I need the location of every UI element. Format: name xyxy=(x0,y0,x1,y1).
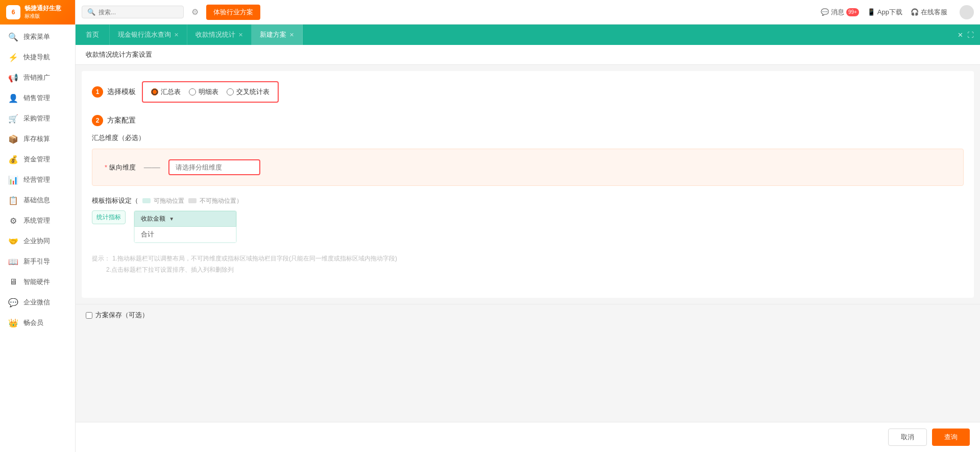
metrics-header: 模板指标设定（ 可拖动位置 不可拖动位置） xyxy=(92,196,964,205)
online-service-btn[interactable]: 🎧 在线客服 xyxy=(911,8,947,17)
bottom-actions: 取消 查询 xyxy=(76,422,980,452)
tab-receipt-stats-close[interactable]: ✕ xyxy=(238,32,243,38)
tip-text-1: 1.拖动标题栏可以调整布局，不可跨维度或指标区域拖动栏目字段(只能在同一维度或指… xyxy=(112,253,397,265)
dimension-row: * 纵向维度 —— xyxy=(105,159,951,175)
sidebar-item-11[interactable]: 📖 新手引导 xyxy=(0,251,75,272)
logo-text-block: 畅捷通好生意 标准版 xyxy=(24,5,61,20)
close-window-icon[interactable]: ✕ xyxy=(958,31,963,39)
topbar-search-box[interactable]: 🔍 xyxy=(82,6,184,18)
sidebar-icon-7: 📊 xyxy=(8,175,18,185)
tip-text-2: 2.点击标题栏下拉可设置排序、插入列和删除列 xyxy=(106,265,234,276)
user-avatar[interactable] xyxy=(960,5,974,19)
sidebar-label-1: 快捷导航 xyxy=(23,53,50,62)
non-draggable-label: 不可拖动位置） xyxy=(200,197,242,205)
sidebar-item-6[interactable]: 💰 资金管理 xyxy=(0,149,75,170)
sidebar-label-10: 企业协同 xyxy=(23,236,50,246)
sidebar-item-3[interactable]: 👤 销售管理 xyxy=(0,88,75,108)
maximize-icon[interactable]: ⛶ xyxy=(967,31,974,39)
tab-receipt-stats[interactable]: 收款情况统计 ✕ xyxy=(187,25,252,45)
step2-num: 2 xyxy=(92,115,103,126)
sidebar-item-14[interactable]: 👑 畅会员 xyxy=(0,313,75,333)
message-badge: 99+ xyxy=(846,8,859,16)
radio-detail[interactable]: 明细表 xyxy=(189,87,218,97)
sidebar-item-1[interactable]: ⚡ 快捷导航 xyxy=(0,47,75,67)
sidebar-label-9: 系统管理 xyxy=(23,216,50,225)
sidebar-icon-12: 🖥 xyxy=(8,277,18,287)
app-download-btn[interactable]: 📱 App下载 xyxy=(867,8,902,17)
template-select-box: 汇总表 明细表 交叉统计表 xyxy=(142,81,279,103)
table-row: 合计 xyxy=(135,227,236,243)
sidebar-icon-13: 💬 xyxy=(8,297,18,307)
save-checkbox[interactable] xyxy=(86,312,92,319)
step1-title: 选择模板 xyxy=(107,87,136,97)
radio-summary-input[interactable] xyxy=(151,88,158,96)
metrics-table: 收款金额 ▼ 合计 xyxy=(134,211,236,243)
main-area: 🔍 ⚙ 体验行业方案 💬 消息 99+ 📱 App下载 🎧 在线客服 首页 xyxy=(76,0,980,452)
sidebar-item-8[interactable]: 📋 基础信息 xyxy=(0,190,75,210)
message-icon: 💬 xyxy=(821,8,829,16)
app-download-icon: 📱 xyxy=(867,8,875,16)
radio-cross-input[interactable] xyxy=(227,88,234,96)
radio-cross-label: 交叉统计表 xyxy=(236,87,270,97)
sidebar-label-13: 企业微信 xyxy=(23,298,50,307)
tab-new-plan[interactable]: 新建方案 ✕ xyxy=(252,25,303,45)
tab-new-plan-close[interactable]: ✕ xyxy=(289,32,294,38)
save-option-label: 方案保存（可选） xyxy=(95,311,149,320)
metrics-total-cell: 合计 xyxy=(135,227,236,243)
sidebar-icon-10: 🤝 xyxy=(8,236,18,246)
sidebar-item-7[interactable]: 📊 经营管理 xyxy=(0,170,75,190)
sidebar-label-11: 新手引导 xyxy=(23,257,50,266)
step2-header: 2 方案配置 xyxy=(92,115,964,126)
cancel-button[interactable]: 取消 xyxy=(888,429,927,446)
sidebar-item-10[interactable]: 🤝 企业协同 xyxy=(0,231,75,251)
sidebar-item-12[interactable]: 🖥 智能硬件 xyxy=(0,272,75,292)
non-draggable-color-block xyxy=(188,198,197,203)
sidebar-label-5: 库存核算 xyxy=(23,134,50,144)
sidebar-label-12: 智能硬件 xyxy=(23,277,50,287)
sidebar-label-2: 营销推广 xyxy=(23,73,50,82)
metrics-col-dropdown[interactable]: ▼ xyxy=(169,216,174,222)
tip-line-1: 提示： 1.拖动标题栏可以调整布局，不可跨维度或指标区域拖动栏目字段(只能在同一… xyxy=(92,253,964,265)
radio-cross[interactable]: 交叉统计表 xyxy=(227,87,270,97)
radio-summary[interactable]: 汇总表 xyxy=(151,87,181,97)
dimension-config: 汇总维度（必选） * 纵向维度 —— xyxy=(92,133,964,186)
dimension-input[interactable] xyxy=(168,159,260,175)
tips-section: 提示： 1.拖动标题栏可以调整布局，不可跨维度或指标区域拖动栏目字段(只能在同一… xyxy=(92,253,964,275)
sidebar-icon-5: 📦 xyxy=(8,134,18,144)
headset-icon: 🎧 xyxy=(911,8,919,16)
message-label: 消息 xyxy=(831,8,844,17)
tab-cash-flow-close[interactable]: ✕ xyxy=(174,32,179,38)
query-button[interactable]: 查询 xyxy=(932,429,970,446)
tabbar: 首页 现金银行流水查询 ✕ 收款情况统计 ✕ 新建方案 ✕ ✕ ⛶ xyxy=(76,25,980,45)
step1-num: 1 xyxy=(92,86,103,98)
draggable-label: 可拖动位置 xyxy=(154,197,184,205)
form-container: 1 选择模板 汇总表 明细表 交叉统计表 xyxy=(82,71,974,298)
settings-icon[interactable]: ⚙ xyxy=(188,5,202,19)
sidebar-item-5[interactable]: 📦 库存核算 xyxy=(0,129,75,149)
sidebar-item-4[interactable]: 🛒 采购管理 xyxy=(0,108,75,129)
sidebar-item-0[interactable]: 🔍 搜索菜单 xyxy=(0,27,75,47)
tab-new-plan-label: 新建方案 xyxy=(260,30,286,39)
tab-cash-flow[interactable]: 现金银行流水查询 ✕ xyxy=(110,25,187,45)
sidebar-item-2[interactable]: 📢 营销推广 xyxy=(0,67,75,88)
step1-header: 1 选择模板 汇总表 明细表 交叉统计表 xyxy=(92,81,964,103)
dimension-area: * 纵向维度 —— xyxy=(92,149,964,186)
dimension-section-title: 汇总维度（必选） xyxy=(92,133,964,142)
sidebar-label-8: 基础信息 xyxy=(23,196,50,205)
tab-home[interactable]: 首页 xyxy=(76,25,110,45)
sidebar-icon-11: 📖 xyxy=(8,256,18,267)
radio-detail-input[interactable] xyxy=(189,88,196,96)
metrics-table-container: 收款金额 ▼ 合计 xyxy=(134,210,237,243)
sidebar-item-13[interactable]: 💬 企业微信 xyxy=(0,292,75,313)
sidebar-icon-4: 🛒 xyxy=(8,113,18,124)
industry-btn[interactable]: 体验行业方案 xyxy=(206,5,260,20)
sidebar-label-7: 经营管理 xyxy=(23,175,50,184)
legend-draggable-item: 可拖动位置 xyxy=(142,197,184,205)
page-title: 收款情况统计方案设置 xyxy=(86,51,152,58)
search-input[interactable] xyxy=(99,9,175,16)
sidebar-icon-2: 📢 xyxy=(8,73,18,83)
tip-prefix: 提示： xyxy=(92,253,110,265)
legend-non-draggable-item: 不可拖动位置） xyxy=(188,197,242,205)
message-btn[interactable]: 💬 消息 99+ xyxy=(821,8,859,17)
sidebar-item-9[interactable]: ⚙ 系统管理 xyxy=(0,210,75,231)
